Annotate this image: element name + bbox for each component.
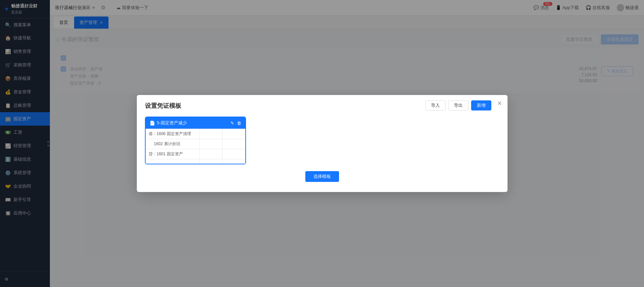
empty-label (146, 159, 200, 164)
debit-label-1: 借：1606 固定资产清理 (146, 129, 200, 139)
template-card: 📄 5-固定资产减少 ✎ 🗑 (145, 117, 246, 164)
dialog: ✕ 设置凭证模板 导入 导出 新增 (137, 95, 508, 192)
app-container: ✦ 畅捷通好业财 普及版 🔍 搜索菜单 🏠 快捷导航 📊 销售管理 🛒 采购管理… (0, 0, 644, 287)
template-table: 借：1606 固定资产清理 1602 累计折旧 (146, 129, 245, 164)
export-btn[interactable]: 导出 (448, 100, 468, 110)
debit-value-2 (222, 129, 245, 139)
import-btn[interactable]: 导入 (425, 100, 446, 110)
empty-value-2 (222, 159, 245, 164)
template-name: 5-固定资产减少 (157, 120, 187, 126)
credit-value-2 (222, 149, 245, 159)
content-area: ◁ 生成的凭证预览 批量凭证预览 全部生成凭证 (50, 29, 644, 287)
dialog-overlay: ✕ 设置凭证模板 导入 导出 新增 (50, 29, 644, 287)
dialog-close-btn[interactable]: ✕ (497, 100, 502, 107)
template-edit-btn[interactable]: ✎ (231, 121, 234, 126)
table-row: 借：1606 固定资产清理 (146, 129, 245, 139)
debit-value-4 (222, 139, 245, 149)
credit-value-1 (200, 149, 222, 159)
main-area: 医疗器械行业演示 ▼ ⚙ ☁ 我要体验一下 💬 消息 99+ 📱 App下载 (50, 0, 644, 287)
dialog-toolbar: 导入 导出 新增 (425, 100, 491, 110)
template-card-actions: ✎ 🗑 (231, 121, 241, 126)
template-card-header: 📄 5-固定资产减少 ✎ 🗑 (146, 117, 245, 129)
select-template-btn[interactable]: 选择模板 (305, 171, 339, 182)
template-card-body: 借：1606 固定资产清理 1602 累计折旧 (146, 129, 245, 164)
credit-label-1: 贷：1601 固定资产 (146, 149, 200, 159)
empty-value-1 (200, 159, 222, 164)
dialog-header: 设置凭证模板 导入 导出 新增 (137, 95, 508, 110)
table-row: 1602 累计折旧 (146, 139, 245, 149)
dialog-body: 📄 5-固定资产减少 ✎ 🗑 (137, 110, 508, 192)
template-doc-icon: 📄 (150, 121, 155, 126)
debit-label-2: 1602 累计折旧 (146, 139, 200, 149)
template-card-title: 📄 5-固定资产减少 (150, 120, 187, 126)
template-delete-btn[interactable]: 🗑 (237, 121, 241, 126)
new-template-btn[interactable]: 新增 (471, 100, 491, 110)
debit-value-3 (200, 139, 222, 149)
table-row: 贷：1601 固定资产 (146, 149, 245, 159)
table-row (146, 159, 245, 164)
debit-value-1 (200, 129, 222, 139)
